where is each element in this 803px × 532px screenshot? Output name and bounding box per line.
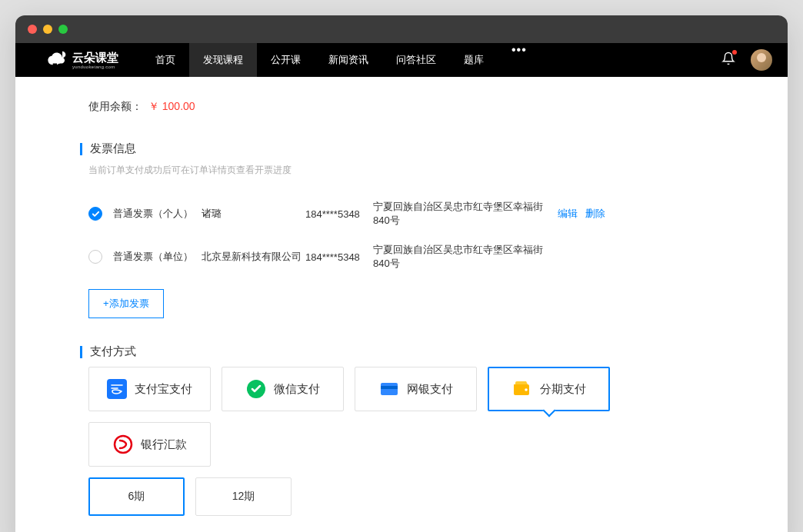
pay-method-bank[interactable]: 银行汇款: [88, 422, 211, 467]
wechat-pay-icon: [246, 379, 266, 399]
invoice-row-company: 普通发票（单位） 北京昱新科技有限公司 184****5348 宁夏回族自治区吴…: [88, 235, 715, 278]
pay-method-label: 微信支付: [274, 382, 320, 397]
add-invoice-button[interactable]: +添加发票: [88, 289, 164, 318]
invoice-address: 宁夏回族自治区吴忠市红寺堡区幸福街840号: [373, 243, 558, 271]
window-titlebar: [15, 15, 788, 43]
nav-question-bank[interactable]: 题库: [450, 43, 498, 77]
payment-section: 支付方式 支付宝支付 微信支付: [88, 344, 715, 532]
invoice-address: 宁夏回族自治区吴忠市红寺堡区幸福街840号: [373, 200, 558, 228]
maximize-window-button[interactable]: [58, 25, 68, 34]
invoice-type: 普通发票（单位）: [113, 250, 202, 264]
svg-rect-4: [381, 386, 398, 389]
invoice-row-personal: 普通发票（个人） 诸璐 184****5348 宁夏回族自治区吴忠市红寺堡区幸福…: [88, 192, 715, 235]
section-accent-bar: [80, 346, 82, 358]
invoice-name: 诸璐: [202, 207, 305, 221]
minimize-window-button[interactable]: [43, 25, 52, 34]
pay-method-wechat[interactable]: 微信支付: [222, 367, 344, 411]
nav-home[interactable]: 首页: [142, 43, 189, 77]
balance-value: ￥ 100.00: [148, 100, 195, 112]
balance-label: 使用余额：: [88, 100, 142, 112]
notifications-button[interactable]: [721, 52, 735, 68]
invoice-edit-link[interactable]: 编辑: [558, 207, 578, 221]
invoice-section-title: 发票信息: [90, 141, 136, 156]
close-window-button[interactable]: [28, 25, 37, 34]
installment-terms: 6期 12期: [88, 477, 715, 516]
invoice-phone: 184****5348: [305, 251, 373, 263]
term-12[interactable]: 12期: [195, 477, 292, 516]
payment-section-title: 支付方式: [90, 344, 136, 359]
invoice-radio-company[interactable]: [88, 250, 102, 264]
invoice-delete-link[interactable]: 删除: [585, 207, 605, 221]
brand-name: 云朵课堂: [72, 52, 118, 63]
brand-logo[interactable]: 云朵课堂 yunduoketang.com: [46, 49, 118, 71]
user-avatar[interactable]: [751, 49, 772, 71]
svg-point-5: [525, 388, 528, 391]
alipay-icon: [107, 379, 127, 399]
nav-qa-community[interactable]: 问答社区: [382, 43, 450, 77]
balance-row: 使用余额： ￥ 100.00: [88, 100, 715, 114]
svg-rect-0: [107, 379, 127, 399]
invoice-phone: 184****5348: [305, 208, 373, 220]
term-6[interactable]: 6期: [88, 477, 185, 516]
unionpay-icon: [379, 379, 399, 399]
section-accent-bar: [80, 143, 82, 155]
top-navigation: 云朵课堂 yunduoketang.com 首页 发现课程 公开课 新闻资讯 问…: [15, 43, 788, 77]
wallet-icon: [512, 379, 532, 399]
nav-news[interactable]: 新闻资讯: [315, 43, 382, 77]
nav-more-button[interactable]: •••: [498, 43, 541, 77]
nav-open-class[interactable]: 公开课: [257, 43, 315, 77]
pay-method-installment[interactable]: 分期支付: [488, 367, 610, 411]
pay-method-label: 分期支付: [540, 382, 586, 397]
pay-method-label: 银行汇款: [141, 437, 187, 452]
invoice-name: 北京昱新科技有限公司: [202, 250, 305, 264]
invoice-section-subtitle: 当前订单支付成功后可在订单详情页查看开票进度: [88, 164, 715, 177]
nav-discover-courses[interactable]: 发现课程: [189, 43, 257, 77]
pay-method-label: 网银支付: [407, 382, 453, 397]
notification-badge: [732, 50, 737, 55]
payment-methods: 支付宝支付 微信支付 网银支付: [88, 367, 715, 467]
pay-method-alipay[interactable]: 支付宝支付: [88, 367, 211, 411]
pay-method-label: 支付宝支付: [135, 382, 192, 397]
main-content: 使用余额： ￥ 100.00 发票信息 当前订单支付成功后可在订单详情页查看开票…: [15, 77, 788, 532]
invoice-radio-personal[interactable]: [88, 207, 102, 221]
invoice-type: 普通发票（个人）: [113, 207, 202, 221]
pay-method-unionpay[interactable]: 网银支付: [355, 367, 477, 411]
svg-point-6: [115, 436, 132, 453]
bank-icon: [113, 434, 133, 454]
brand-subtitle: yunduoketang.com: [72, 65, 118, 69]
invoice-section: 发票信息 当前订单支付成功后可在订单详情页查看开票进度 普通发票（个人） 诸璐 …: [88, 141, 715, 318]
check-icon: [92, 210, 100, 218]
cloud-logo-icon: [46, 49, 68, 71]
